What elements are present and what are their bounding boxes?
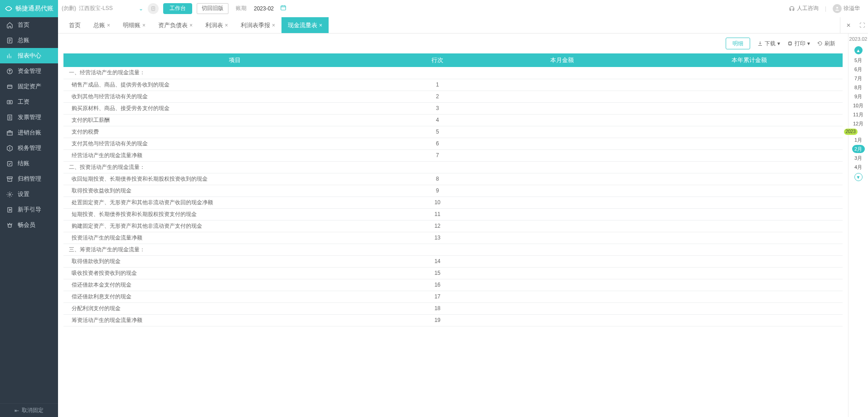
tab[interactable]: 利润表季报× <box>234 17 281 33</box>
calendar-icon[interactable] <box>280 5 286 12</box>
close-icon[interactable]: × <box>225 22 228 29</box>
refresh-button[interactable]: 刷新 <box>817 40 835 48</box>
period-month[interactable]: 5月 <box>852 56 865 64</box>
sidebar-item-report[interactable]: 报表中心 <box>0 48 58 63</box>
cell-name: 购买原材料、商品、接受劳务支付的现金 <box>63 102 406 114</box>
cell-year <box>655 208 843 220</box>
sidebar-item-fund[interactable]: 资金管理 <box>0 63 58 79</box>
sidebar-item-settings[interactable]: 设置 <box>0 187 58 202</box>
cell-month <box>469 244 656 255</box>
period-month[interactable]: 4月 <box>852 163 865 171</box>
period-prev[interactable]: ▲ <box>854 46 863 54</box>
period-month[interactable]: 3月 <box>852 154 865 162</box>
table-row: 收到其他与经营活动有关的现金 2 <box>63 91 843 102</box>
col-rownum: 行次 <box>406 53 469 67</box>
brand-logo: 畅捷通易代账 <box>0 0 58 17</box>
sidebar-unpin[interactable]: ⇤ 取消固定 <box>0 403 58 417</box>
period-month[interactable]: 10月 <box>852 101 865 110</box>
table-row: 取得投资收益收到的现金 9 <box>63 185 843 197</box>
tab[interactable]: 现金流量表× <box>281 17 329 33</box>
ledger-icon <box>6 37 13 44</box>
workspace-button[interactable]: 工作台 <box>163 3 192 14</box>
tab-label: 首页 <box>69 21 81 29</box>
header-right: 人工咨询 | 徐溢华 <box>789 4 868 13</box>
download-button[interactable]: 下载 ▾ <box>757 40 780 48</box>
period-month[interactable]: 7月 <box>852 74 865 82</box>
sidebar-item-label: 归档管理 <box>18 175 41 183</box>
cell-year <box>655 220 843 232</box>
cell-name: 偿还借款本金支付的现金 <box>63 279 406 291</box>
cell-year <box>655 79 843 91</box>
close-icon[interactable]: × <box>142 22 145 29</box>
sidebar-item-tax[interactable]: 税务管理 <box>0 140 58 156</box>
period-month[interactable]: 8月 <box>852 83 865 91</box>
tab[interactable]: 总账× <box>87 17 116 33</box>
cell-year <box>655 314 843 326</box>
print-button[interactable]: 打印 ▾ <box>787 40 810 48</box>
tab[interactable]: 资产负债表× <box>152 17 199 33</box>
sidebar-item-salary[interactable]: 工资 <box>0 94 58 110</box>
cell-year <box>655 302 843 314</box>
close-icon[interactable]: × <box>107 22 110 29</box>
cell-year <box>655 161 843 173</box>
fullscreen-icon[interactable]: ⛶ <box>856 17 868 34</box>
tabs-close-all[interactable]: ✕ <box>840 17 856 34</box>
cell-name: 投资活动产生的现金流量净额 <box>63 232 406 244</box>
sidebar-item-archive[interactable]: 归档管理 <box>0 171 58 187</box>
table-row: 偿还借款利息支付的现金 17 <box>63 291 843 302</box>
cell-year <box>655 255 843 267</box>
home-icon <box>6 22 13 29</box>
sidebar-item-ledger[interactable]: 总账 <box>0 33 58 48</box>
cell-name: 偿还借款利息支付的现金 <box>63 291 406 302</box>
cell-month <box>469 126 656 138</box>
sidebar-item-stock[interactable]: 进销台账 <box>0 125 58 140</box>
period-month[interactable]: 11月 <box>852 110 865 119</box>
period-month[interactable]: 6月 <box>852 65 865 73</box>
sidebar-item-label: 首页 <box>18 21 29 29</box>
sidebar-item-guide[interactable]: 新手引导 <box>0 202 58 217</box>
period-month[interactable]: 2月 <box>852 145 865 153</box>
cell-name: 经营活动产生的现金流量净额 <box>63 149 406 161</box>
cell-month <box>469 232 656 244</box>
cell-name: 销售产成品、商品、提供劳务收到的现金 <box>63 79 406 91</box>
sidebar-item-vip[interactable]: 畅会员 <box>0 217 58 233</box>
consult-link[interactable]: 人工咨询 <box>789 5 819 12</box>
detail-button[interactable]: 明细 <box>726 38 750 49</box>
sidebar-item-close[interactable]: 结账 <box>0 156 58 171</box>
tab-label: 利润表 <box>205 21 223 29</box>
cell-month <box>469 79 656 91</box>
cell-year <box>655 102 843 114</box>
tabs: 首页总账×明细账×资产负债表×利润表×利润表季报×现金流量表× <box>58 17 840 34</box>
switch-old-button[interactable]: 切回旧版 <box>197 3 228 14</box>
sidebar-item-asset[interactable]: 固定资产 <box>0 79 58 94</box>
sidebar-item-invoice[interactable]: 发票管理 <box>0 110 58 125</box>
table-row: 三、筹资活动产生的现金流量： <box>63 244 843 255</box>
cell-rownum: 3 <box>406 102 469 114</box>
svg-rect-5 <box>8 85 12 88</box>
cell-year <box>655 126 843 138</box>
close-icon[interactable]: × <box>272 22 275 29</box>
col-item: 项目 <box>63 53 406 67</box>
user-menu[interactable]: 徐溢华 <box>833 4 860 13</box>
salary-icon <box>6 99 13 105</box>
vip-icon <box>6 222 13 229</box>
tab[interactable]: 利润表× <box>199 17 234 33</box>
period-month[interactable]: 12月 <box>852 120 865 128</box>
tab[interactable]: 首页 <box>63 17 87 33</box>
period-month[interactable]: 1月 <box>852 136 865 144</box>
close-icon[interactable]: × <box>319 22 322 29</box>
sidebar-item-home[interactable]: 首页 <box>0 17 58 33</box>
cashflow-table: 项目 行次 本月金额 本年累计金额 一、经营活动产生的现金流量： 销售产成品、商… <box>63 53 843 326</box>
period-next[interactable]: ▼ <box>854 173 863 181</box>
period-month[interactable]: 9月 <box>852 92 865 101</box>
company-selector[interactable]: (勿删) 江西股宝-LSS <box>62 5 143 12</box>
tab-label: 明细账 <box>123 21 141 29</box>
chevron-down-icon: ▾ <box>777 40 780 47</box>
close-icon[interactable]: × <box>189 22 193 29</box>
cell-month <box>469 91 656 102</box>
doc-icon[interactable] <box>148 3 159 14</box>
table-row: 处置固定资产、无形资产和其他非流动资产收回的现金净额 10 <box>63 197 843 208</box>
cell-month <box>469 279 656 291</box>
table-row: 支付其他与经营活动有关的现金 6 <box>63 138 843 149</box>
tab[interactable]: 明细账× <box>116 17 152 33</box>
